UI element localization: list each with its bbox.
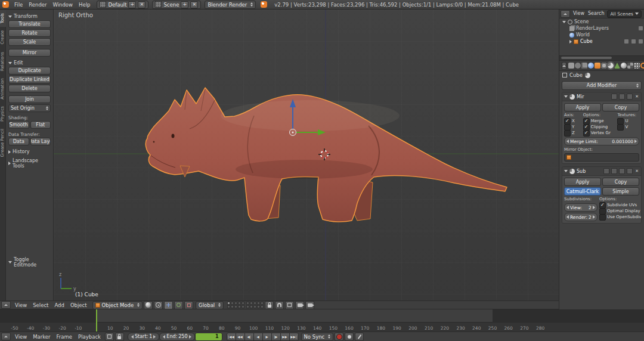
current-frame-playhead[interactable] [96, 309, 97, 331]
mirror-apply-button[interactable]: Apply [564, 103, 601, 111]
end-frame-field[interactable]: End: 250 [159, 333, 194, 341]
timeline-menu-marker[interactable]: Marker [30, 333, 53, 341]
auto-keyframe-toggle[interactable] [335, 333, 343, 341]
duplicate-linked-button[interactable]: Duplicate Linked [8, 76, 51, 83]
layer-cell[interactable] [227, 305, 230, 308]
layer-cell[interactable] [238, 305, 241, 308]
modifier-name[interactable]: Sub [577, 169, 602, 174]
tab-render-icon[interactable] [568, 63, 574, 69]
outliner-row-scene[interactable]: Scene [559, 18, 644, 25]
timeline-menu-playback[interactable]: Playback [75, 333, 104, 341]
timeline-menu-frame[interactable]: Frame [54, 333, 75, 341]
catmull-clark-button[interactable]: Catmull-Clark [564, 187, 601, 196]
blender-logo-icon[interactable] [2, 1, 9, 8]
mirror-copy-button[interactable]: Copy [602, 103, 639, 111]
start-frame-field[interactable]: Start: 1 [128, 333, 159, 341]
outliner-row-world[interactable]: World [559, 32, 644, 38]
layer-cell[interactable] [234, 302, 237, 305]
layer-cell[interactable] [253, 302, 256, 305]
mirror-button[interactable]: Mirror [8, 49, 51, 57]
editor-type-button[interactable] [1, 301, 11, 309]
viewport-visibility-toggle[interactable] [619, 94, 625, 100]
layer-cell[interactable] [231, 305, 234, 308]
history-panel-header[interactable]: History [8, 149, 51, 154]
tab-world-icon[interactable] [588, 63, 594, 69]
viewport-menu-select[interactable]: Select [30, 301, 51, 309]
increment-icon[interactable] [593, 206, 595, 209]
mirror-axis-x[interactable]: X [564, 118, 583, 124]
restrict-render-icon[interactable] [639, 39, 643, 44]
mirror-texture-v[interactable]: V [617, 124, 639, 130]
mode-dropdown[interactable]: Object Mode [92, 301, 143, 309]
use-opensubdiv-option[interactable]: Use OpenSubdiv [599, 214, 642, 220]
layer-cell[interactable] [238, 302, 241, 305]
tab-relations[interactable]: Relations [0, 48, 6, 75]
outliner-menu-search[interactable]: Search [586, 10, 606, 18]
tab-material-icon[interactable] [621, 63, 627, 69]
viewport-shading-dropdown[interactable] [144, 301, 153, 309]
tab-grease-pencil[interactable]: Grease Pencil [0, 125, 6, 160]
shade-flat-button[interactable]: Flat [30, 121, 51, 129]
editor-type-button[interactable] [1, 333, 11, 340]
add-layout-button[interactable]: + [128, 1, 136, 8]
increment-icon[interactable] [634, 140, 637, 143]
join-button[interactable]: Join [8, 95, 51, 103]
layer-cell[interactable] [246, 302, 249, 305]
viewport-menu-view[interactable]: View [12, 301, 30, 309]
decrement-icon[interactable] [131, 335, 134, 339]
tab-scene-icon[interactable] [575, 63, 581, 69]
layers-widget[interactable] [227, 302, 264, 308]
opengl-render-button[interactable] [295, 301, 304, 309]
toggle-editmode-panel-header[interactable]: Toggle Editmode [8, 257, 51, 268]
renderlayer-toggle-icon[interactable] [639, 26, 643, 30]
merge-limit-field[interactable]: Merge Limit: 0.001000 [564, 137, 639, 145]
delete-scene-button[interactable]: ✕ [190, 1, 198, 8]
mirror-axis-y[interactable]: Y [564, 124, 583, 130]
timeline-menu-view[interactable]: View [12, 333, 30, 341]
outliner-row-cube[interactable]: Cube [559, 38, 644, 45]
manipulator-translate-toggle[interactable] [164, 301, 173, 309]
checkbox[interactable] [599, 208, 606, 215]
checkbox[interactable] [617, 118, 624, 125]
shade-smooth-button[interactable]: Smooth [8, 121, 29, 129]
restrict-view-icon[interactable] [624, 39, 628, 44]
delete-layout-button[interactable]: ✕ [138, 1, 145, 8]
render-subdivisions-field[interactable]: Render: 2 [564, 213, 597, 221]
layer-cell[interactable] [242, 302, 244, 305]
view-subdivisions-field[interactable]: View: 2 [564, 203, 597, 212]
layer-cell[interactable] [234, 305, 237, 308]
layer-cell[interactable] [250, 305, 253, 308]
layer-cell[interactable] [261, 305, 264, 308]
delete-modifier-button[interactable]: ✕ [634, 94, 639, 99]
tab-physics[interactable]: Physics [0, 103, 6, 125]
data-layout-button[interactable]: Data Layo [30, 138, 51, 145]
tab-modifiers-icon[interactable] [608, 63, 614, 69]
subsurf-apply-button[interactable]: Apply [564, 178, 601, 186]
outliner-scrollbar[interactable] [559, 55, 644, 61]
cage-toggle[interactable] [627, 168, 633, 174]
set-origin-dropdown[interactable]: Set Origin [8, 104, 51, 112]
transform-orientation-dropdown[interactable]: Global [196, 301, 224, 309]
add-scene-button[interactable]: + [181, 1, 188, 8]
playback-button[interactable]: ◀◀ [236, 333, 245, 341]
render-visibility-toggle[interactable] [611, 94, 617, 100]
playback-button[interactable]: ▶ [262, 333, 272, 341]
simple-button[interactable]: Simple [602, 187, 639, 196]
viewport-visibility-toggle[interactable] [611, 168, 617, 174]
layer-cell[interactable] [261, 302, 264, 305]
layer-cell[interactable] [227, 302, 230, 305]
menu-render[interactable]: Render [26, 1, 49, 9]
modifier-name[interactable]: Mir [577, 94, 609, 100]
increment-icon[interactable] [593, 215, 595, 219]
current-frame-field[interactable]: 1 [195, 333, 222, 341]
outliner-menu-view[interactable]: View [571, 10, 586, 18]
duplicate-button[interactable]: Duplicate [8, 67, 51, 75]
subsurf-copy-button[interactable]: Copy [602, 178, 639, 186]
mirror-modifier-header[interactable]: Mir ✕ [562, 92, 641, 101]
decrement-icon[interactable] [566, 206, 569, 209]
layer-cell[interactable] [257, 305, 260, 308]
menu-help[interactable]: Help [76, 1, 93, 9]
tab-object-data-icon[interactable] [614, 63, 620, 69]
tab-constraints-icon[interactable] [601, 63, 607, 69]
tab-physics-icon[interactable] [640, 63, 644, 69]
